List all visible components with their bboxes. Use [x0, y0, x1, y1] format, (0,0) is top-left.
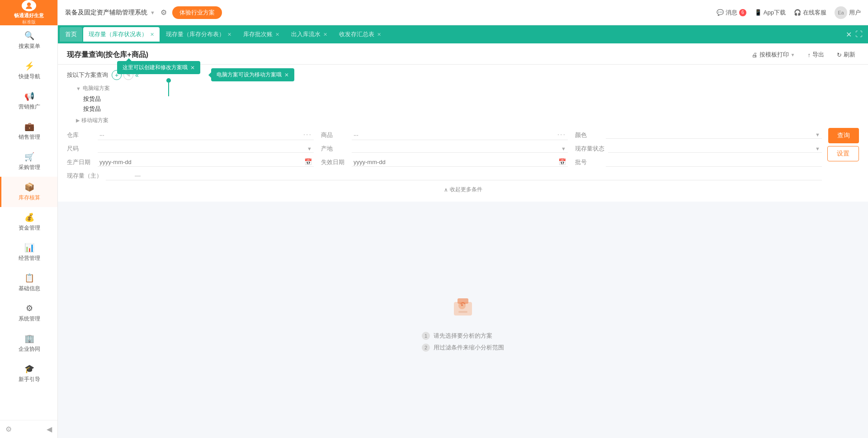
- warehouse-dots[interactable]: ···: [303, 131, 312, 139]
- size-label: 尺码: [67, 145, 94, 153]
- filter-label: 按以下方案查询: [67, 71, 108, 79]
- sidebar-item-system[interactable]: ⚙ 系统管理: [0, 298, 57, 328]
- topbar: 装备及固定资产辅助管理系统 ▼ ⚙ 体验行业方案 💬 消息 6 📱 App下载 …: [58, 0, 868, 25]
- stock-status-select-wrap[interactable]: ▼: [608, 145, 822, 153]
- refresh-icon: ↻: [837, 52, 842, 58]
- sidebar-item-sales[interactable]: 💼 销售管理: [0, 116, 57, 146]
- expiry-date-calendar-icon[interactable]: 📅: [558, 158, 566, 165]
- origin-label: 产地: [321, 145, 348, 153]
- export-button[interactable]: ↑ 导出: [804, 49, 828, 61]
- scheme-item-1[interactable]: 按货品: [83, 94, 110, 104]
- filter-grid-row1: 仓库 ··· 商品 ···: [67, 130, 822, 140]
- collapse-label: 收起更多条件: [450, 186, 482, 193]
- sidebar-logo: 畅通通好生意 标准版: [0, 0, 57, 25]
- sidebar-item-quick[interactable]: ⚡ 快捷导航: [0, 56, 57, 86]
- filter-grid-row3: 生产日期 📅 失效日期 📅: [67, 157, 822, 167]
- scheme-item-2[interactable]: 按货品: [83, 104, 110, 114]
- sidebar-item-enterprise[interactable]: 🏢 企业协同: [0, 328, 57, 358]
- expiry-date-input[interactable]: [354, 159, 557, 165]
- sidebar-item-marketing[interactable]: 📢 营销推广: [0, 86, 57, 116]
- collapse-sidebar-icon[interactable]: ◀: [47, 425, 52, 433]
- tooltip1-close[interactable]: ✕: [284, 72, 289, 78]
- page-actions: 🖨 按模板打印 ▼ ↑ 导出 ↻ 刷新: [748, 49, 859, 61]
- guide-icon: 🎓: [24, 364, 34, 374]
- goods-input-wrap[interactable]: ···: [352, 130, 568, 140]
- sidebar-item-purchase[interactable]: 🛒 采购管理: [0, 146, 57, 177]
- system-name: 装备及固定资产辅助管理系统 ▼: [65, 9, 155, 17]
- color-select-wrap[interactable]: ▼: [606, 131, 822, 139]
- origin-select-wrap[interactable]: ▼: [352, 145, 568, 153]
- app-download-item[interactable]: 📱 App下载: [755, 9, 786, 17]
- tab-recv-send[interactable]: 收发存汇总表 ✕: [334, 27, 387, 42]
- support-item[interactable]: 🎧 在线客服: [794, 9, 826, 17]
- scheme-pc-items: 按货品 按货品: [76, 94, 110, 114]
- logo-icon: [22, 0, 36, 11]
- dot-line-v: [168, 83, 169, 96]
- production-date-wrap[interactable]: 📅: [98, 157, 314, 167]
- settings-icon[interactable]: ⚙: [5, 425, 12, 433]
- tab-home-label: 首页: [65, 30, 77, 38]
- tab-batch-ledger-close[interactable]: ✕: [275, 32, 279, 38]
- goods-dots[interactable]: ···: [557, 131, 566, 139]
- content-area: 现存量查询(按仓库+商品) 🖨 按模板打印 ▼ ↑ 导出 ↻ 刷新: [58, 43, 868, 438]
- user-item[interactable]: Ea 用户: [835, 6, 861, 19]
- svg-point-5: [461, 304, 463, 306]
- sidebar-item-guide[interactable]: 🎓 新手引导: [0, 358, 57, 389]
- collapse-arrow-mobile[interactable]: ▶: [76, 118, 80, 123]
- filter-expiry-date: 失效日期 📅: [321, 157, 568, 167]
- system-dropdown-arrow[interactable]: ▼: [150, 10, 155, 15]
- warehouse-label: 仓库: [67, 131, 94, 139]
- sidebar-item-label: 库存核算: [19, 194, 40, 202]
- svg-point-0: [27, 2, 30, 6]
- collapse-button[interactable]: ∧ 收起更多条件: [444, 186, 482, 193]
- trial-button[interactable]: 体验行业方案: [172, 6, 222, 19]
- maximize-icon[interactable]: ⛶: [855, 30, 863, 38]
- goods-input[interactable]: [354, 132, 556, 138]
- batch-no-input[interactable]: [608, 159, 820, 165]
- refresh-button[interactable]: ↻ 刷新: [833, 49, 859, 61]
- tab-batch-ledger[interactable]: 库存批次账 ✕: [238, 27, 285, 42]
- page-title: 现存量查询(按仓库+商品): [67, 50, 148, 60]
- enterprise-icon: 🏢: [24, 334, 34, 344]
- sidebar-item-operations[interactable]: 📊 经营管理: [0, 237, 57, 268]
- reset-button[interactable]: 设置: [827, 146, 859, 161]
- warehouse-input-wrap[interactable]: ···: [98, 130, 314, 140]
- tab-home[interactable]: 首页: [60, 27, 82, 42]
- batch-no-label: 批号: [575, 158, 602, 166]
- batch-no-wrap[interactable]: [606, 158, 822, 167]
- sidebar-item-inventory[interactable]: 📦 库存核算: [0, 177, 57, 207]
- tooltip2-close[interactable]: ✕: [190, 65, 195, 71]
- collapse-arrow-pc[interactable]: ▼: [76, 86, 81, 91]
- stock-status-chevron: ▼: [815, 146, 820, 151]
- query-button[interactable]: 查询: [828, 128, 859, 143]
- sidebar-item-finance[interactable]: 💰 资金管理: [0, 207, 57, 237]
- tab-inventory-status[interactable]: 现存量（库存状况表） ✕: [83, 27, 160, 42]
- empty-illustration: [445, 288, 481, 325]
- tab-inventory-dist-close[interactable]: ✕: [227, 32, 231, 38]
- production-date-calendar-icon[interactable]: 📅: [304, 158, 312, 165]
- expiry-date-wrap[interactable]: 📅: [352, 157, 568, 167]
- page-header-top: 现存量查询(按仓库+商品) 🖨 按模板打印 ▼ ↑ 导出 ↻ 刷新: [67, 49, 859, 61]
- sidebar-item-label: 新手引导: [19, 376, 40, 383]
- sales-icon: 💼: [24, 122, 34, 132]
- close-all-tabs-icon[interactable]: ✕: [846, 30, 852, 39]
- size-select-wrap[interactable]: ▼: [98, 145, 314, 153]
- tab-inventory-dist-label: 现存量（库存分布表）: [166, 30, 225, 38]
- print-button[interactable]: 🖨 按模板打印 ▼: [748, 49, 799, 61]
- tab-inout-flow-close[interactable]: ✕: [323, 32, 327, 38]
- message-item[interactable]: 💬 消息 6: [717, 9, 746, 17]
- sidebar-item-search[interactable]: 🔍 搜索菜单: [0, 25, 57, 56]
- tab-recv-send-close[interactable]: ✕: [377, 32, 381, 38]
- warehouse-input[interactable]: [99, 132, 302, 138]
- production-date-input[interactable]: [99, 159, 302, 165]
- filter-fields: 仓库 ··· 商品 ···: [67, 128, 822, 180]
- tab-inventory-status-close[interactable]: ✕: [150, 32, 154, 38]
- tab-inventory-dist[interactable]: 现存量（库存分布表） ✕: [160, 27, 237, 42]
- settings-gear-icon[interactable]: ⚙: [160, 8, 167, 17]
- filter-stock-status: 现存量状态 ▼: [575, 145, 822, 153]
- sidebar-item-label: 销售管理: [19, 133, 40, 141]
- tab-inout-flow[interactable]: 出入库流水 ✕: [286, 27, 333, 42]
- stock-qty-min[interactable]: [106, 171, 133, 180]
- sidebar-item-basic[interactable]: 📋 基础信息: [0, 268, 57, 298]
- stock-qty-max[interactable]: [142, 171, 170, 180]
